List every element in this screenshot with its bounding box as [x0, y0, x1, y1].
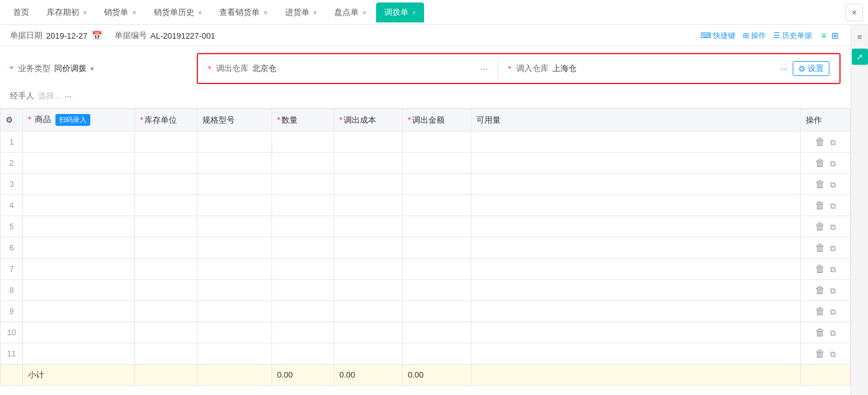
tab-inventory-init[interactable]: 库存期初 × — [39, 2, 95, 22]
row-10-amount[interactable] — [403, 322, 471, 343]
sidebar-doc-button[interactable]: ≡ — [853, 30, 867, 44]
transfer-out-more-icon[interactable]: ··· — [480, 64, 488, 74]
handler-input[interactable]: 选择... — [38, 90, 61, 102]
row-2-qty[interactable] — [272, 153, 334, 174]
row-11-unit[interactable] — [135, 343, 197, 364]
col-header-gear[interactable]: ⚙ — [1, 109, 23, 131]
tab-home[interactable]: 首页 — [5, 2, 37, 22]
row-4-cost[interactable] — [334, 195, 403, 216]
row-4-amount[interactable] — [403, 195, 471, 216]
row-3-copy-button[interactable]: ⧉ — [830, 180, 836, 189]
tab-sales-history[interactable]: 销货单历史 × — [146, 2, 210, 22]
row-1-available[interactable] — [471, 131, 801, 153]
row-1-cost[interactable] — [334, 131, 403, 153]
row-11-available[interactable] — [471, 343, 801, 364]
row-11-cost[interactable] — [334, 343, 403, 364]
row-2-amount[interactable] — [403, 153, 471, 174]
row-6-product[interactable] — [23, 237, 135, 259]
row-8-unit[interactable] — [135, 280, 197, 301]
row-9-delete-button[interactable]: 🗑 — [815, 306, 825, 316]
row-5-available[interactable] — [471, 216, 801, 237]
row-10-spec[interactable] — [197, 322, 272, 343]
tab-inventory[interactable]: 盘点单 × — [326, 2, 374, 22]
row-9-qty[interactable] — [272, 301, 334, 322]
row-4-available[interactable] — [471, 195, 801, 216]
row-10-cost[interactable] — [334, 322, 403, 343]
row-7-spec[interactable] — [197, 259, 272, 280]
row-6-unit[interactable] — [135, 237, 197, 259]
business-type-select[interactable]: 同价调拨 ▼ — [54, 63, 116, 74]
row-7-product[interactable] — [23, 259, 135, 280]
row-5-qty[interactable] — [272, 216, 334, 237]
tab-sales-order[interactable]: 销货单 × — [96, 2, 144, 22]
row-4-unit[interactable] — [135, 195, 197, 216]
row-8-copy-button[interactable]: ⧉ — [830, 286, 836, 295]
row-5-copy-button[interactable]: ⧉ — [830, 222, 836, 232]
sidebar-export-button[interactable]: ↗ — [852, 49, 868, 65]
row-11-amount[interactable] — [403, 343, 471, 364]
row-7-cost[interactable] — [334, 259, 403, 280]
row-7-available[interactable] — [471, 259, 801, 280]
row-6-available[interactable] — [471, 237, 801, 259]
row-1-copy-button[interactable]: ⧉ — [830, 138, 836, 147]
row-8-cost[interactable] — [334, 280, 403, 301]
row-6-cost[interactable] — [334, 237, 403, 259]
row-11-delete-button[interactable]: 🗑 — [815, 348, 825, 359]
row-3-cost[interactable] — [334, 174, 403, 195]
row-2-cost[interactable] — [334, 153, 403, 174]
row-7-qty[interactable] — [272, 259, 334, 280]
row-5-cost[interactable] — [334, 216, 403, 237]
row-1-unit[interactable] — [135, 131, 197, 153]
row-11-copy-button[interactable]: ⧉ — [830, 350, 836, 359]
row-9-available[interactable] — [471, 301, 801, 322]
row-1-qty[interactable] — [272, 131, 334, 153]
row-1-product[interactable] — [23, 131, 135, 153]
row-9-amount[interactable] — [403, 301, 471, 322]
row-5-delete-button[interactable]: 🗑 — [815, 221, 825, 232]
row-8-product[interactable] — [23, 280, 135, 301]
row-7-copy-button[interactable]: ⧉ — [830, 265, 836, 274]
tab-sales-order-close[interactable]: × — [132, 9, 136, 16]
history-button[interactable]: ☰ 历史单据 — [773, 31, 812, 41]
row-1-spec[interactable] — [197, 131, 272, 153]
handler-more-icon[interactable]: ··· — [65, 91, 72, 101]
row-11-spec[interactable] — [197, 343, 272, 364]
tab-transfer-close[interactable]: × — [412, 9, 416, 16]
row-10-available[interactable] — [471, 322, 801, 343]
row-2-product[interactable] — [23, 153, 135, 174]
operations-button[interactable]: ⊞ 操作 — [743, 31, 766, 41]
row-10-delete-button[interactable]: 🗑 — [815, 327, 825, 338]
row-4-delete-button[interactable]: 🗑 — [815, 200, 825, 211]
row-7-delete-button[interactable]: 🗑 — [815, 264, 825, 274]
row-3-available[interactable] — [471, 174, 801, 195]
row-9-spec[interactable] — [197, 301, 272, 322]
row-6-qty[interactable] — [272, 237, 334, 259]
tab-inventory-close[interactable]: × — [362, 9, 366, 16]
row-9-cost[interactable] — [334, 301, 403, 322]
row-6-amount[interactable] — [403, 237, 471, 259]
row-3-spec[interactable] — [197, 174, 272, 195]
row-4-spec[interactable] — [197, 195, 272, 216]
row-2-unit[interactable] — [135, 153, 197, 174]
row-1-delete-button[interactable]: 🗑 — [815, 136, 825, 147]
tab-sales-history-close[interactable]: × — [198, 9, 202, 16]
row-11-qty[interactable] — [272, 343, 334, 364]
calendar-icon[interactable]: 📅 — [92, 31, 102, 40]
row-8-spec[interactable] — [197, 280, 272, 301]
row-4-product[interactable] — [23, 195, 135, 216]
row-11-product[interactable] — [23, 343, 135, 364]
row-2-spec[interactable] — [197, 153, 272, 174]
transfer-in-more-icon[interactable]: ··· — [780, 64, 788, 74]
row-5-unit[interactable] — [135, 216, 197, 237]
row-4-copy-button[interactable]: ⧉ — [830, 201, 836, 211]
row-9-copy-button[interactable]: ⧉ — [830, 307, 836, 316]
list-view-button[interactable]: ≡ — [819, 30, 828, 41]
row-9-product[interactable] — [23, 301, 135, 322]
grid-view-button[interactable]: ⊞ — [829, 30, 841, 41]
row-10-product[interactable] — [23, 322, 135, 343]
tab-transfer[interactable]: 调拨单 × — [376, 2, 424, 22]
row-2-delete-button[interactable]: 🗑 — [815, 158, 825, 168]
row-3-qty[interactable] — [272, 174, 334, 195]
row-5-product[interactable] — [23, 216, 135, 237]
row-8-amount[interactable] — [403, 280, 471, 301]
